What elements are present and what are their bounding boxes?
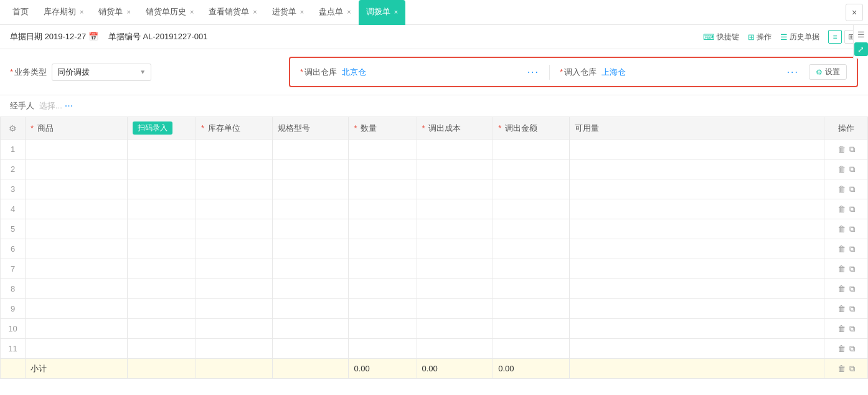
row-10-amount[interactable] xyxy=(493,319,570,339)
row-2-quantity[interactable] xyxy=(349,159,417,179)
row-1-amount[interactable] xyxy=(493,140,570,159)
tab-close-sales[interactable]: × xyxy=(126,8,130,16)
row-4-unit[interactable] xyxy=(196,199,273,219)
row-4-delete-icon[interactable]: 🗑 xyxy=(837,204,846,214)
row-10-copy-icon[interactable]: ⧉ xyxy=(849,324,855,334)
tab-transfer[interactable]: 调拨单 × xyxy=(359,0,405,25)
tab-close-inventory-init[interactable]: × xyxy=(80,8,83,16)
calendar-icon[interactable]: 📅 xyxy=(88,32,98,41)
row-9-quantity[interactable] xyxy=(349,299,417,319)
row-10-spec[interactable] xyxy=(272,319,349,339)
row-1-delete-icon[interactable]: 🗑 xyxy=(837,145,846,154)
row-5-copy-icon[interactable]: ⧉ xyxy=(849,224,855,234)
gear-icon[interactable]: ⚙ xyxy=(9,123,17,133)
view-list-button[interactable]: ≡ xyxy=(828,30,842,44)
row-9-spec[interactable] xyxy=(272,299,349,319)
row-1-spec[interactable] xyxy=(272,140,349,159)
row-7-quantity[interactable] xyxy=(349,259,417,279)
subtotal-delete-icon[interactable]: 🗑 xyxy=(837,364,846,373)
row-8-copy-icon[interactable]: ⧉ xyxy=(849,284,855,294)
business-type-select[interactable]: 同价调拨 ▼ xyxy=(52,64,151,81)
tab-sales-history[interactable]: 销货单历史 × xyxy=(138,0,201,25)
scan-button[interactable]: 扫码录入 xyxy=(133,121,172,135)
row-6-unit[interactable] xyxy=(196,239,273,259)
row-2-product[interactable] xyxy=(26,159,128,179)
tab-close-view-sales[interactable]: × xyxy=(253,8,257,16)
sidebar-expand-icon[interactable]: ⤢ xyxy=(854,42,868,56)
date-value[interactable]: 2019-12-27 xyxy=(45,32,87,41)
row-2-amount[interactable] xyxy=(493,159,570,179)
row-5-unit[interactable] xyxy=(196,219,273,239)
row-4-quantity[interactable] xyxy=(349,199,417,219)
row-10-delete-icon[interactable]: 🗑 xyxy=(837,324,846,333)
row-3-product[interactable] xyxy=(26,179,128,199)
row-3-amount[interactable] xyxy=(493,179,570,199)
row-6-spec[interactable] xyxy=(272,239,349,259)
row-7-copy-icon[interactable]: ⧉ xyxy=(849,264,855,274)
row-3-delete-icon[interactable]: 🗑 xyxy=(837,184,846,194)
row-2-cost[interactable] xyxy=(417,159,493,179)
row-9-product[interactable] xyxy=(26,299,128,319)
tab-view-sales[interactable]: 查看销货单 × xyxy=(201,0,264,25)
row-1-product[interactable] xyxy=(26,140,128,159)
row-6-cost[interactable] xyxy=(417,239,493,259)
person-select[interactable]: 选择... xyxy=(39,100,62,112)
row-9-unit[interactable] xyxy=(196,299,273,319)
row-8-amount[interactable] xyxy=(493,279,570,299)
row-3-copy-icon[interactable]: ⧉ xyxy=(849,184,855,194)
row-2-delete-icon[interactable]: 🗑 xyxy=(837,164,846,174)
tab-inventory-init[interactable]: 库存期初 × xyxy=(36,0,91,25)
transfer-out-value[interactable]: 北京仓 xyxy=(342,67,366,78)
row-9-amount[interactable] xyxy=(493,299,570,319)
row-5-delete-icon[interactable]: 🗑 xyxy=(837,224,846,234)
row-7-amount[interactable] xyxy=(493,259,570,279)
row-11-unit[interactable] xyxy=(196,339,273,359)
row-11-amount[interactable] xyxy=(493,339,570,359)
row-1-cost[interactable] xyxy=(417,140,493,159)
row-5-amount[interactable] xyxy=(493,219,570,239)
row-5-product[interactable] xyxy=(26,219,128,239)
row-6-amount[interactable] xyxy=(493,239,570,259)
row-7-unit[interactable] xyxy=(196,259,273,279)
row-9-delete-icon[interactable]: 🗑 xyxy=(837,304,846,313)
transfer-out-more[interactable]: ··· xyxy=(527,67,539,78)
row-11-product[interactable] xyxy=(26,339,128,359)
row-5-quantity[interactable] xyxy=(349,219,417,239)
sidebar-list-icon[interactable]: ☰ xyxy=(854,27,868,41)
row-1-quantity[interactable] xyxy=(349,140,417,159)
row-8-quantity[interactable] xyxy=(349,279,417,299)
row-9-cost[interactable] xyxy=(417,299,493,319)
row-11-cost[interactable] xyxy=(417,339,493,359)
row-7-spec[interactable] xyxy=(272,259,349,279)
row-2-copy-icon[interactable]: ⧉ xyxy=(849,164,855,174)
row-2-spec[interactable] xyxy=(272,159,349,179)
row-4-copy-icon[interactable]: ⧉ xyxy=(849,204,855,214)
row-9-copy-icon[interactable]: ⧉ xyxy=(849,304,855,314)
row-8-delete-icon[interactable]: 🗑 xyxy=(837,284,846,293)
row-8-spec[interactable] xyxy=(272,279,349,299)
tab-sales[interactable]: 销货单 × xyxy=(91,0,138,25)
row-7-product[interactable] xyxy=(26,259,128,279)
row-4-product[interactable] xyxy=(26,199,128,219)
row-11-copy-icon[interactable]: ⧉ xyxy=(849,344,855,354)
row-5-cost[interactable] xyxy=(417,219,493,239)
tab-home[interactable]: 首页 xyxy=(5,0,36,25)
row-1-copy-icon[interactable]: ⧉ xyxy=(849,145,855,155)
tab-close-transfer[interactable]: × xyxy=(394,8,398,16)
row-8-unit[interactable] xyxy=(196,279,273,299)
row-10-unit[interactable] xyxy=(196,319,273,339)
row-11-delete-icon[interactable]: 🗑 xyxy=(837,344,846,353)
row-10-cost[interactable] xyxy=(417,319,493,339)
row-4-amount[interactable] xyxy=(493,199,570,219)
row-3-cost[interactable] xyxy=(417,179,493,199)
person-more[interactable]: ··· xyxy=(65,100,73,112)
transfer-in-more[interactable]: ··· xyxy=(787,67,799,78)
row-5-spec[interactable] xyxy=(272,219,349,239)
row-3-quantity[interactable] xyxy=(349,179,417,199)
row-11-spec[interactable] xyxy=(272,339,349,359)
row-1-unit[interactable] xyxy=(196,140,273,159)
row-6-delete-icon[interactable]: 🗑 xyxy=(837,244,846,254)
row-10-product[interactable] xyxy=(26,319,128,339)
row-2-unit[interactable] xyxy=(196,159,273,179)
row-6-product[interactable] xyxy=(26,239,128,259)
